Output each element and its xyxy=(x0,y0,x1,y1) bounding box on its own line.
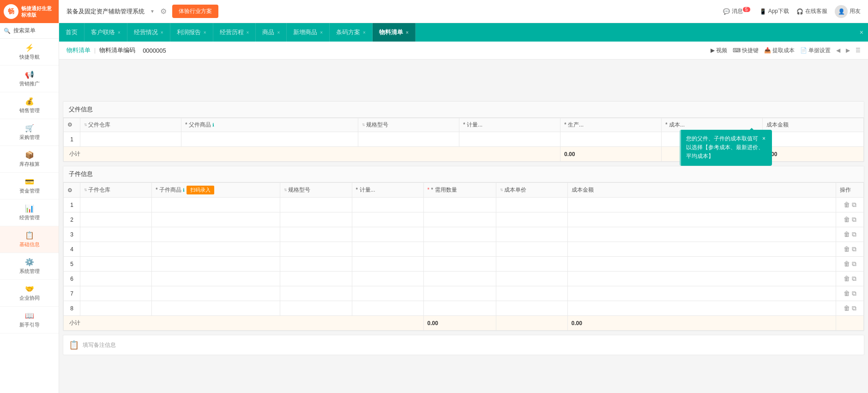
child-warehouse-4[interactable] xyxy=(80,242,152,257)
sidebar-item-quick-nav[interactable]: ⚡ 快捷导航 xyxy=(0,39,59,66)
child-spec-6[interactable] xyxy=(280,272,352,286)
app-download-action[interactable]: 📱 App下载 xyxy=(760,7,789,15)
tab-close-operations[interactable]: × xyxy=(161,30,163,35)
child-spec-2[interactable] xyxy=(280,212,352,227)
child-unit-8[interactable] xyxy=(352,301,423,316)
child-unit-cost-4[interactable] xyxy=(496,242,567,257)
child-product-4[interactable] xyxy=(152,242,280,257)
delete-icon-1[interactable]: 🗑 xyxy=(844,201,850,209)
child-unit-1[interactable] xyxy=(352,198,423,212)
copy-icon-6[interactable]: ⧉ xyxy=(852,275,856,283)
sidebar-item-sales[interactable]: 💰 销售管理 xyxy=(0,92,59,119)
copy-icon-3[interactable]: ⧉ xyxy=(852,230,856,238)
sidebar-item-operations[interactable]: 📊 经营管理 xyxy=(0,200,59,226)
child-unit-cost-2[interactable] xyxy=(496,212,567,227)
tab-close-products[interactable]: × xyxy=(277,30,280,35)
tab-home[interactable]: 首页 xyxy=(59,23,84,42)
th-parent-warehouse[interactable]: ⇅ 父件仓库 xyxy=(80,118,181,132)
sidebar-item-system[interactable]: ⚙️ 系统管理 xyxy=(0,253,59,280)
child-cost-amount-2[interactable] xyxy=(567,212,836,227)
child-warehouse-1[interactable] xyxy=(80,198,152,212)
child-unit-cost-1[interactable] xyxy=(496,198,567,212)
th-child-warehouse[interactable]: ⇅ 子件仓库 xyxy=(80,183,152,198)
parent-warehouse-cell[interactable] xyxy=(80,132,181,147)
shortcut-btn[interactable]: ⌨ 快捷键 xyxy=(733,47,759,54)
child-qty-8[interactable] xyxy=(423,301,496,316)
child-warehouse-7[interactable] xyxy=(80,286,152,301)
child-warehouse-8[interactable] xyxy=(80,301,152,316)
delete-icon-2[interactable]: 🗑 xyxy=(844,216,850,224)
remark-placeholder[interactable]: 填写备注信息 xyxy=(83,341,116,349)
tooltip-close-btn[interactable]: × xyxy=(762,134,766,143)
copy-icon-1[interactable]: ⧉ xyxy=(852,201,856,209)
child-warehouse-5[interactable] xyxy=(80,257,152,272)
th-child-spec[interactable]: ⇅ 规格型号 xyxy=(280,183,352,198)
search-menu-item[interactable]: 🔍 搜索菜单 xyxy=(0,23,59,39)
th-parent-spec[interactable]: ⇅ 规格型号 xyxy=(358,118,459,132)
child-product-1[interactable] xyxy=(152,198,280,212)
th-parent-production[interactable]: * 生产... xyxy=(561,118,662,132)
child-qty-3[interactable] xyxy=(423,227,496,242)
child-product-5[interactable] xyxy=(152,257,280,272)
sidebar-item-inventory[interactable]: 📦 库存核算 xyxy=(0,146,59,173)
parent-unit-cell[interactable] xyxy=(459,132,561,147)
child-cost-amount-7[interactable] xyxy=(567,286,836,301)
copy-icon-8[interactable]: ⧉ xyxy=(852,304,856,312)
tab-close-new-product[interactable]: × xyxy=(320,30,323,35)
tab-close-history[interactable]: × xyxy=(247,30,249,35)
child-warehouse-3[interactable] xyxy=(80,227,152,242)
child-cost-amount-8[interactable] xyxy=(567,301,836,316)
child-product-3[interactable] xyxy=(152,227,280,242)
sidebar-item-marketing[interactable]: 📢 营销推广 xyxy=(0,66,59,92)
child-unit-cost-7[interactable] xyxy=(496,286,567,301)
tab-history[interactable]: 经营历程 × xyxy=(213,23,256,42)
sidebar-item-collab[interactable]: 🤝 企业协同 xyxy=(0,280,59,307)
delete-icon-7[interactable]: 🗑 xyxy=(844,290,850,297)
tab-close-bom[interactable]: × xyxy=(406,30,409,35)
extract-cost-btn[interactable]: 📥 提取成本 xyxy=(764,47,795,54)
sidebar-item-finance[interactable]: 💳 资金管理 xyxy=(0,173,59,200)
th-child-settings[interactable]: ⚙ xyxy=(64,183,80,198)
child-unit-4[interactable] xyxy=(352,242,423,257)
scan-input-btn[interactable]: 扫码录入 xyxy=(187,186,214,194)
th-child-cost-amount[interactable]: 成本金额 xyxy=(567,183,836,198)
child-unit-cost-8[interactable] xyxy=(496,301,567,316)
child-qty-2[interactable] xyxy=(423,212,496,227)
sidebar-item-basic-info[interactable]: 📋 基础信息 xyxy=(0,226,59,253)
child-spec-7[interactable] xyxy=(280,286,352,301)
parent-cost-amount-cell[interactable] xyxy=(762,132,863,147)
child-cost-amount-1[interactable] xyxy=(567,198,836,212)
child-spec-3[interactable] xyxy=(280,227,352,242)
th-parent-cost-amount[interactable]: 成本金额 xyxy=(762,118,863,132)
child-qty-5[interactable] xyxy=(423,257,496,272)
child-qty-1[interactable] xyxy=(423,198,496,212)
nav-next-icon[interactable]: ▶ xyxy=(846,47,850,54)
child-product-8[interactable] xyxy=(152,301,280,316)
parent-spec-cell[interactable] xyxy=(358,132,459,147)
child-qty-7[interactable] xyxy=(423,286,496,301)
message-action[interactable]: 💬 消息 5 xyxy=(723,7,752,15)
th-child-unit[interactable]: * 计量... xyxy=(352,183,423,198)
tab-new-product[interactable]: 新增商品 × xyxy=(287,23,330,42)
child-unit-cost-3[interactable] xyxy=(496,227,567,242)
tab-bom[interactable]: 物料清单 × xyxy=(373,23,416,42)
tab-close-barcode[interactable]: × xyxy=(363,30,366,35)
child-product-6[interactable] xyxy=(152,272,280,286)
th-parent-unit[interactable]: * 计量... xyxy=(459,118,561,132)
child-unit-2[interactable] xyxy=(352,212,423,227)
child-unit-5[interactable] xyxy=(352,257,423,272)
trial-button[interactable]: 体验行业方案 xyxy=(172,5,218,18)
system-dropdown-arrow[interactable]: ▼ xyxy=(150,9,155,14)
grid-view-icon[interactable]: ☰ xyxy=(856,47,861,54)
child-cost-amount-4[interactable] xyxy=(567,242,836,257)
child-unit-3[interactable] xyxy=(352,227,423,242)
sidebar-item-purchase[interactable]: 🛒 采购管理 xyxy=(0,119,59,146)
child-qty-4[interactable] xyxy=(423,242,496,257)
online-service-action[interactable]: 🎧 在线客服 xyxy=(796,7,827,15)
user-action[interactable]: 👤 用友 xyxy=(835,5,861,18)
child-cost-amount-5[interactable] xyxy=(567,257,836,272)
child-cost-amount-6[interactable] xyxy=(567,272,836,286)
delete-icon-4[interactable]: 🗑 xyxy=(844,245,850,253)
tab-customer[interactable]: 客户联络 × xyxy=(84,23,127,42)
child-spec-4[interactable] xyxy=(280,242,352,257)
